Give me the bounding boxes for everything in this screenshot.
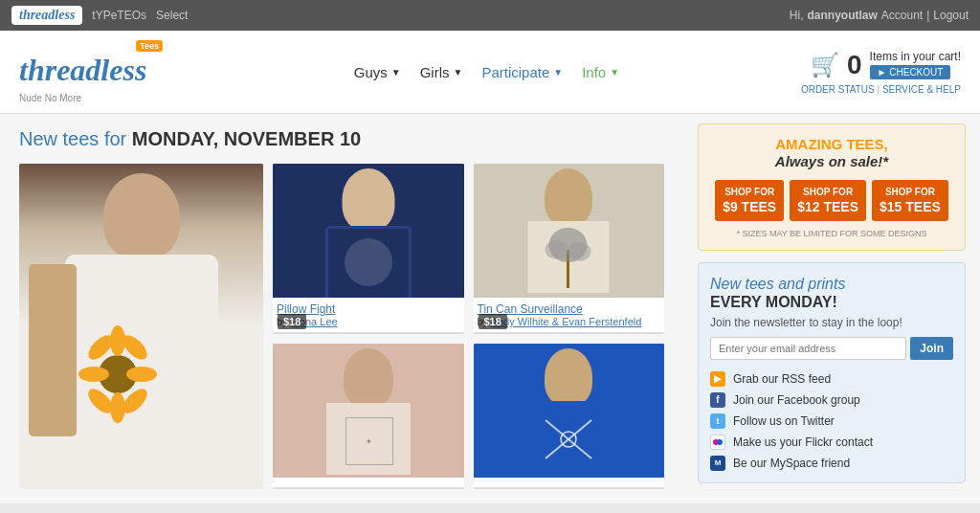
chevron-down-icon: ▼: [391, 67, 401, 78]
join-button[interactable]: Join: [910, 337, 953, 360]
social-rss[interactable]: ▶ Grab our RSS feed: [710, 371, 953, 387]
sale-box: AMAZING TEES, Always on sale!* SHOP FOR …: [698, 123, 966, 251]
price-badge-pillow-fight: $18: [278, 314, 306, 329]
top-bar-left: threadless tYPeTEOs Select: [11, 6, 188, 25]
product-grid: $18 Pillow Fight by Fiona Lee: [19, 164, 664, 489]
product-image-tin-can: [474, 164, 665, 298]
newsletter-box: New tees and prints EVERY MONDAY! Join t…: [698, 262, 966, 482]
email-input[interactable]: [710, 337, 906, 360]
greeting-text: Hi,: [790, 9, 804, 22]
sale-note: * SIZES MAY BE LIMITED FOR SOME DESIGNS: [710, 229, 953, 238]
nav-guys[interactable]: Guys ▼: [354, 64, 401, 80]
svg-point-12: [546, 240, 568, 259]
main-nav: Guys ▼ Girls ▼ Participate ▼ Info ▼: [354, 64, 619, 80]
cart-icon: 🛒: [811, 52, 839, 78]
sale-title: AMAZING TEES, Always on sale!*: [710, 136, 953, 170]
cart-text: Items in your cart!: [870, 50, 961, 63]
sidebar: AMAZING TEES, Always on sale!* SHOP FOR …: [683, 114, 980, 503]
social-facebook[interactable]: f Join our Facebook group: [710, 392, 953, 408]
content-wrapper: New tees for MONDAY, NOVEMBER 10: [0, 114, 980, 503]
product-card-tin-can[interactable]: $18 Tin Can Surveillance by Andy Wilhite…: [474, 164, 665, 334]
svg-point-4: [78, 367, 109, 382]
top-bar: threadless tYPeTEOs Select Hi, dannyoutl…: [0, 0, 980, 31]
social-twitter[interactable]: t Follow us on Twitter: [710, 413, 953, 429]
product-info-5: [474, 478, 665, 487]
page-title: New tees for MONDAY, NOVEMBER 10: [19, 128, 664, 150]
newsletter-title-line2: EVERY MONDAY!: [710, 294, 837, 310]
twitter-icon: t: [710, 413, 725, 429]
sale-buttons: SHOP FOR $9 TEES SHOP FOR $12 TEES SHOP …: [710, 180, 953, 221]
chevron-down-icon: ▼: [553, 67, 563, 78]
product-card-4[interactable]: ✦: [273, 344, 464, 489]
cart-area: 🛒 0 Items in your cart! ► CHECKOUT ORDER…: [801, 50, 961, 95]
newsletter-title-line1: New tees and prints: [710, 275, 953, 293]
top-nav-select[interactable]: Select: [156, 9, 188, 22]
nav-participate[interactable]: Participate ▼: [481, 64, 563, 80]
site-logo[interactable]: threadless: [19, 48, 172, 91]
chevron-down-icon: ▼: [454, 67, 463, 78]
newsletter-title: New tees and prints EVERY MONDAY!: [710, 275, 953, 311]
sale-btn-9[interactable]: SHOP FOR $9 TEES: [715, 180, 784, 221]
product-image-pillow-fight: [273, 164, 464, 298]
product-image-5: [474, 344, 665, 478]
top-bar-right: Hi, dannyoutlaw Account | Logout: [790, 9, 969, 22]
main-header: Tees threadless Nude No More Guys ▼ Girl…: [0, 31, 980, 114]
nav-info[interactable]: Info ▼: [582, 64, 619, 80]
svg-text:threadless: threadless: [19, 53, 146, 86]
cart-info: Items in your cart! ► CHECKOUT: [870, 50, 961, 79]
flickr-icon: [710, 435, 725, 450]
account-link[interactable]: Account: [881, 9, 923, 22]
social-myspace[interactable]: M Be our MySpace friend: [710, 456, 953, 471]
svg-point-18: [717, 439, 723, 445]
sale-btn-15[interactable]: SHOP FOR $15 TEES: [872, 180, 948, 221]
svg-point-13: [568, 242, 591, 261]
newsletter-form: Join: [710, 337, 953, 360]
product-image-4: ✦: [273, 344, 464, 478]
cart-links: ORDER STATUS | SERVICE & HELP: [801, 84, 961, 95]
order-status-link[interactable]: ORDER STATUS: [801, 84, 875, 95]
cart-count: 0: [847, 50, 862, 80]
price-badge-tin-can: $18: [479, 314, 507, 329]
sale-btn-12[interactable]: SHOP FOR $12 TEES: [790, 180, 866, 221]
myspace-icon: M: [710, 456, 725, 471]
logo-area: Tees threadless Nude No More: [19, 40, 172, 103]
nav-girls[interactable]: Girls ▼: [420, 64, 463, 80]
main-content: New tees for MONDAY, NOVEMBER 10: [0, 114, 683, 503]
logout-link[interactable]: Logout: [933, 9, 969, 22]
product-card-5[interactable]: [474, 344, 665, 489]
svg-point-5: [126, 367, 157, 382]
top-nav-typeteos[interactable]: tYPeTEOs: [92, 9, 146, 22]
page-title-prefix: New tees for: [19, 128, 126, 149]
facebook-icon: f: [710, 392, 725, 408]
author-link-andy[interactable]: Andy Wilhite & Evan Ferstenfeld: [491, 316, 642, 327]
service-help-link[interactable]: SERVICE & HELP: [882, 84, 961, 95]
product-info-4: [273, 478, 464, 487]
page-title-date: MONDAY, NOVEMBER 10: [132, 128, 361, 149]
checkout-button[interactable]: ► CHECKOUT: [870, 65, 951, 79]
sale-title-line2: Always on sale!: [775, 153, 883, 169]
rss-icon: ▶: [710, 371, 725, 387]
cart-row: 🛒 0 Items in your cart! ► CHECKOUT: [811, 50, 961, 80]
logo-tagline: Nude No More: [19, 93, 172, 103]
sale-title-line1: AMAZING TEES,: [710, 136, 953, 153]
social-flickr[interactable]: Make us your Flickr contact: [710, 435, 953, 450]
product-card-pillow-fight[interactable]: $18 Pillow Fight by Fiona Lee: [273, 164, 464, 334]
chevron-down-icon: ▼: [610, 67, 619, 78]
social-list: ▶ Grab our RSS feed f Join our Facebook …: [710, 371, 953, 471]
logo-svg: threadless: [19, 48, 172, 86]
newsletter-subtitle: Join the newsletter to stay in the loop!: [710, 316, 953, 329]
product-hero: [19, 164, 263, 489]
username-link[interactable]: dannyoutlaw: [807, 9, 877, 22]
top-logo-threadless[interactable]: threadless: [11, 6, 82, 25]
